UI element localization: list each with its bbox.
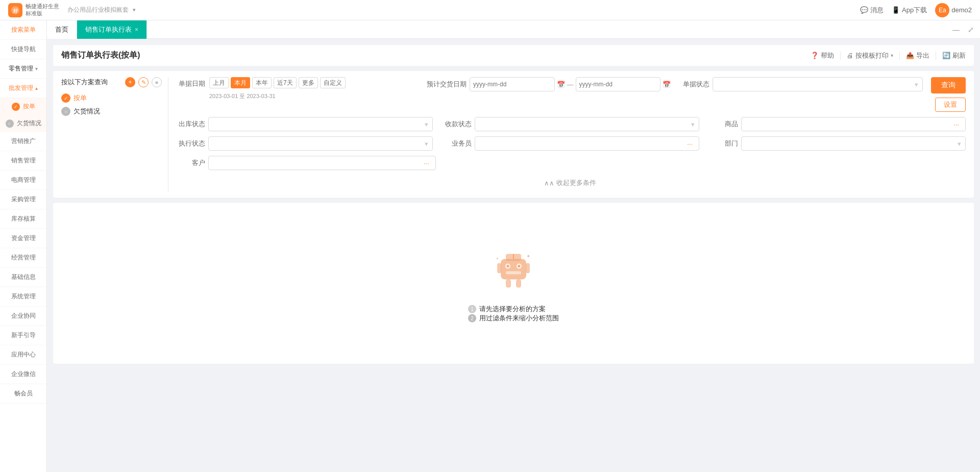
tab-maximize-btn[interactable]: ⤢ (966, 23, 976, 36)
date-btn-this-year[interactable]: 本年 (252, 77, 272, 88)
add-scheme-btn[interactable]: + (125, 77, 135, 87)
sidebar-item-finance[interactable]: 资金管理 (0, 229, 46, 248)
sidebar-item-app-center[interactable]: 应用中心 (0, 345, 46, 365)
logo-icon: 好 (8, 3, 22, 17)
dept-group: 部门 ▾ (707, 136, 966, 151)
dept-select[interactable]: ▾ (741, 136, 966, 151)
sidebar-item-retail[interactable]: 零售管理 ▾ (0, 59, 46, 79)
scheme-item-shortage[interactable]: ○ 欠货情况 (61, 105, 162, 118)
expected-date-to[interactable] (576, 77, 661, 91)
status-label: 单据状态 (679, 80, 709, 89)
shortage-icon: ○ (6, 120, 14, 128)
order-icon: ✓ (12, 103, 20, 111)
top-bar-right: 💬 消息 📱 App下载 Ea demo2 (860, 3, 972, 17)
date-btn-custom[interactable]: 自定义 (320, 77, 346, 88)
print-dropdown-icon: ▾ (891, 53, 893, 58)
sidebar-item-sales[interactable]: 销售管理 (0, 151, 46, 171)
customer-more-btn[interactable]: ··· (422, 159, 431, 167)
date-btn-last-month[interactable]: 上月 (209, 77, 229, 88)
query-col: 查询 设置 (931, 77, 966, 112)
date-btn-more[interactable]: 更多 (299, 77, 318, 88)
svg-text:·: · (530, 269, 531, 272)
sidebar-item-system[interactable]: 系统管理 (0, 287, 46, 306)
tab-sales-order[interactable]: 销售订单执行表 × (77, 20, 147, 39)
dept-label: 部门 (707, 139, 738, 148)
receipt-status-group: 收款状态 ▾ (441, 117, 699, 131)
sidebar-item-enterprise[interactable]: 企业协同 (0, 306, 46, 326)
status-select[interactable]: ▾ (713, 77, 923, 91)
tab-sales-order-label: 销售订单执行表 (85, 25, 132, 34)
sidebar-search-menu[interactable]: 搜索菜单 (0, 20, 46, 40)
sidebar-item-quick-nav[interactable]: 快捷导航 (0, 40, 46, 59)
refresh-button[interactable]: 🔄 刷新 (942, 51, 966, 60)
scheme-icons: + ✎ « (125, 77, 162, 87)
settings-button[interactable]: 设置 (935, 98, 966, 112)
help-button[interactable]: ❓ 帮助 (811, 51, 834, 60)
scheme-item-order[interactable]: ✓ 按单 (61, 91, 162, 105)
out-status-select[interactable]: ▾ (208, 117, 433, 131)
sidebar-item-enterprise-wechat[interactable]: 企业微信 (0, 365, 46, 384)
app-download-button[interactable]: 📱 App下载 (892, 6, 927, 15)
user-area[interactable]: Ea demo2 (935, 3, 972, 17)
scheme-order-icon: ✓ (61, 93, 70, 103)
main-wrapper: 搜索菜单 快捷导航 零售管理 ▾ 批发管理 ▴ ✓ 按单 ○ 欠货情况 营销推广… (0, 20, 980, 472)
salesman-more-btn[interactable]: ··· (685, 140, 695, 148)
query-button[interactable]: 查询 (931, 77, 966, 93)
collapse-icon: « (155, 79, 158, 85)
edit-scheme-btn[interactable]: ✎ (138, 77, 149, 87)
logo-text: 畅捷通好生意 标准版 (26, 3, 59, 16)
sidebar-item-ecommerce[interactable]: 电商管理 (0, 171, 46, 190)
sidebar: 搜索菜单 快捷导航 零售管理 ▾ 批发管理 ▴ ✓ 按单 ○ 欠货情况 营销推广… (0, 20, 47, 472)
out-status-dropdown-icon: ▾ (425, 121, 428, 128)
export-button[interactable]: 📤 导出 (906, 51, 929, 60)
sidebar-item-wholesale[interactable]: 批发管理 ▴ (0, 79, 46, 98)
collapse-up-icon: ∧∧ (544, 179, 554, 187)
exec-status-group: 执行状态 ▾ (175, 136, 433, 151)
filter-right: 单据日期 上月 本月 本年 近7天 更多 自定义 (175, 77, 966, 192)
message-button[interactable]: 💬 消息 (860, 6, 884, 15)
tab-minimize-btn[interactable]: — (950, 23, 962, 36)
collapse-button[interactable]: ∧∧ 收起更多条件 (175, 174, 966, 192)
receipt-status-select[interactable]: ▾ (475, 117, 699, 131)
tab-home-label: 首页 (55, 25, 68, 34)
sidebar-item-member[interactable]: 畅会员 (0, 384, 46, 404)
goods-more-btn[interactable]: ··· (951, 121, 961, 128)
tab-close-icon[interactable]: × (135, 26, 138, 33)
date-filter-group: 单据日期 上月 本月 本年 近7天 更多 自定义 (175, 77, 419, 100)
date-btn-7days[interactable]: 近7天 (274, 77, 297, 88)
goods-group: 商品 ··· (707, 117, 966, 131)
receipt-status-label: 收款状态 (441, 120, 472, 129)
filter-scheme-section: 按以下方案查询 + ✎ « (61, 77, 168, 192)
date-cal-icon-1[interactable]: 📅 (557, 81, 565, 88)
date-cal-icon-2[interactable]: 📅 (663, 81, 671, 88)
svg-rect-2 (501, 259, 526, 279)
expected-date-from[interactable] (470, 77, 555, 91)
title-dropdown-icon[interactable]: ▾ (133, 7, 136, 13)
svg-text:好: 好 (13, 8, 18, 13)
exec-status-select[interactable]: ▾ (208, 136, 433, 151)
sidebar-item-basic-info[interactable]: 基础信息 (0, 268, 46, 287)
page-actions: ❓ 帮助 🖨 按模板打印 ▾ 📤 导出 (811, 51, 966, 60)
sidebar-sub-item-order[interactable]: ✓ 按单 (0, 98, 46, 115)
sidebar-sub-item-shortage[interactable]: ○ 欠货情况 (0, 115, 46, 132)
edit-icon: ✎ (141, 79, 146, 86)
date-btn-this-month[interactable]: 本月 (231, 77, 250, 88)
svg-rect-10 (497, 263, 501, 273)
exec-status-label: 执行状态 (175, 139, 205, 148)
sidebar-item-marketing[interactable]: 营销推广 (0, 132, 46, 151)
receipt-status-dropdown-icon: ▾ (691, 121, 695, 128)
action-divider-3 (936, 52, 936, 60)
collapse-scheme-btn[interactable]: « (152, 77, 162, 87)
exec-status-dropdown-icon: ▾ (425, 140, 428, 148)
sidebar-item-operations[interactable]: 经营管理 (0, 248, 46, 268)
avatar: Ea (935, 3, 949, 17)
print-button[interactable]: 🖨 按模板打印 ▾ (847, 51, 893, 60)
action-divider-2 (899, 52, 900, 60)
sidebar-item-newbie[interactable]: 新手引导 (0, 326, 46, 345)
sidebar-item-purchase[interactable]: 采购管理 (0, 190, 46, 209)
expected-date-group: 预计交货日期 📅 — 📅 (427, 77, 671, 91)
tab-home[interactable]: 首页 (47, 20, 77, 39)
page-content: 销售订单执行表(按单) ❓ 帮助 🖨 按模板打印 ▾ 📤 (47, 39, 980, 472)
scheme-shortage-icon: ○ (61, 107, 70, 116)
sidebar-item-inventory[interactable]: 库存核算 (0, 209, 46, 229)
